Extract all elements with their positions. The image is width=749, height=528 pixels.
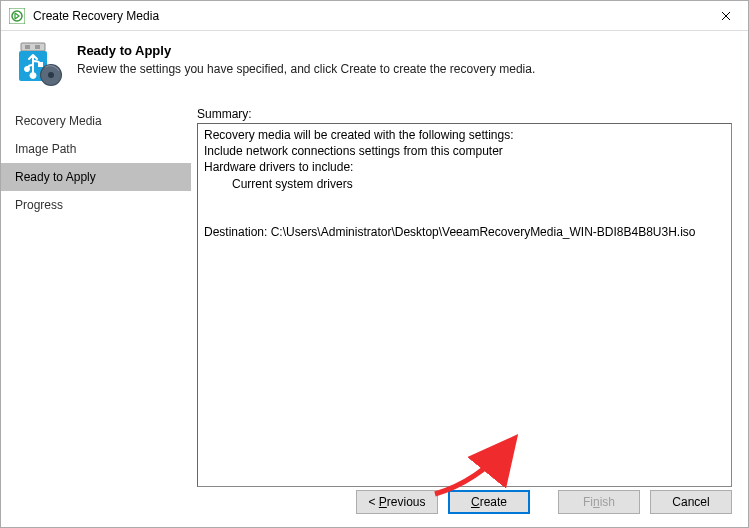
sidebar-item-ready-to-apply[interactable]: Ready to Apply — [1, 163, 191, 191]
app-icon — [9, 8, 25, 24]
svg-point-8 — [48, 72, 54, 78]
window-title: Create Recovery Media — [33, 9, 703, 23]
wizard-footer: < Previous Create Finish Cancel — [1, 477, 748, 527]
cancel-button[interactable]: Cancel — [650, 490, 732, 514]
close-button[interactable] — [703, 1, 748, 31]
svg-rect-3 — [25, 45, 30, 49]
sidebar-item-image-path[interactable]: Image Path — [1, 135, 191, 163]
main-panel: Summary: Recovery media will be created … — [191, 103, 748, 487]
page-title: Ready to Apply — [77, 43, 535, 58]
page-header: Ready to Apply Review the settings you h… — [1, 31, 748, 103]
finish-button: Finish — [558, 490, 640, 514]
titlebar: Create Recovery Media — [1, 1, 748, 31]
usb-disc-icon — [15, 41, 63, 89]
svg-rect-2 — [21, 43, 45, 51]
previous-button[interactable]: < Previous — [356, 490, 438, 514]
summary-line: Hardware drivers to include: — [204, 160, 353, 174]
summary-label: Summary: — [197, 107, 732, 121]
summary-line-indent: Current system drivers — [204, 176, 725, 192]
create-button[interactable]: Create — [448, 490, 530, 514]
page-description: Review the settings you have specified, … — [77, 62, 535, 76]
summary-line: Recovery media will be created with the … — [204, 128, 513, 142]
svg-rect-4 — [35, 45, 40, 49]
summary-textbox[interactable]: Recovery media will be created with the … — [197, 123, 732, 487]
sidebar-item-progress[interactable]: Progress — [1, 191, 191, 219]
sidebar-item-recovery-media[interactable]: Recovery Media — [1, 107, 191, 135]
wizard-sidebar: Recovery Media Image Path Ready to Apply… — [1, 103, 191, 487]
summary-line: Include network connections settings fro… — [204, 144, 503, 158]
summary-line: Destination: C:\Users\Administrator\Desk… — [204, 225, 696, 239]
